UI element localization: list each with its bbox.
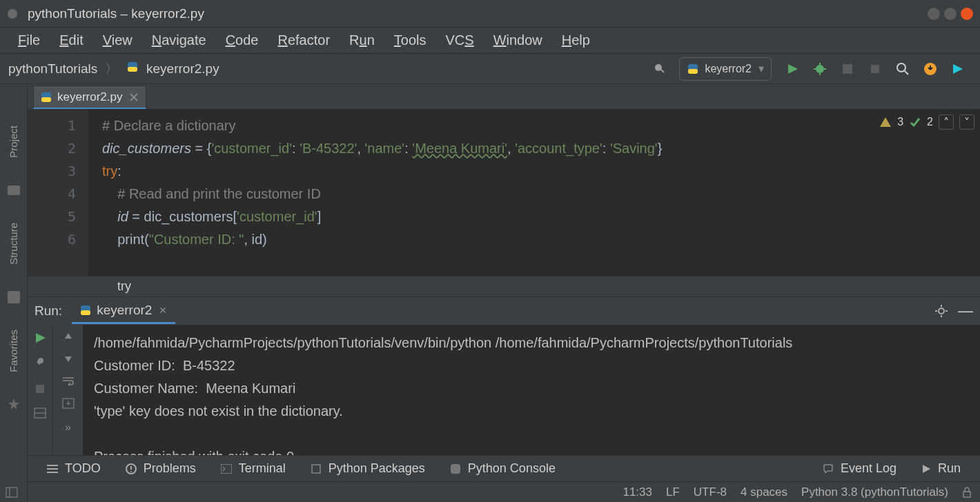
status-bar: 11:33 LF UTF-8 4 spaces Python 3.8 (pyth… (28, 481, 980, 502)
coverage-button[interactable] (838, 59, 857, 79)
menu-code[interactable]: Code (216, 32, 268, 48)
add-config-button[interactable] (649, 59, 668, 79)
window-minimize-button[interactable] (928, 8, 940, 20)
editor-breadcrumb[interactable]: try (28, 276, 980, 297)
close-tab-icon[interactable] (129, 92, 139, 102)
menu-file[interactable]: File (8, 32, 50, 48)
chevron-right-icon: 〉 (105, 61, 118, 76)
breadcrumb-file[interactable]: keyerror2.py (146, 61, 219, 76)
menu-window[interactable]: Window (484, 32, 552, 48)
terminal-tool-button[interactable]: Terminal (208, 461, 298, 476)
console-output[interactable]: /home/fahmida/PycharmProjects/pythonTuto… (83, 325, 980, 455)
package-icon (311, 463, 322, 474)
app-icon (7, 8, 18, 19)
prev-highlight-button[interactable]: ˄ (939, 114, 954, 130)
wrench-icon[interactable] (34, 358, 46, 370)
menu-edit[interactable]: Edit (50, 32, 92, 48)
svg-point-12 (897, 63, 905, 72)
list-icon (47, 464, 58, 474)
inspection-indicators: 3 2 ˄ ˅ (879, 114, 974, 130)
search-everywhere-button[interactable] (893, 59, 912, 79)
update-button[interactable] (921, 59, 940, 79)
menu-refactor[interactable]: Refactor (268, 32, 340, 48)
svg-rect-42 (963, 492, 970, 497)
next-highlight-button[interactable]: ˅ (959, 114, 974, 130)
code-editor[interactable]: 123456 # Declare a dictionary dic_custom… (28, 109, 980, 276)
chevron-down-icon: ▾ (758, 62, 764, 75)
menu-run[interactable]: Run (340, 32, 384, 48)
window-maximize-button[interactable] (944, 8, 957, 20)
down-icon[interactable] (63, 354, 73, 363)
menu-navigate[interactable]: Navigate (142, 32, 216, 48)
python-file-icon (41, 92, 52, 103)
run-button[interactable] (783, 59, 802, 79)
editor-tabs: keyerror2.py (28, 84, 980, 109)
svg-line-13 (905, 71, 908, 74)
soft-wrap-icon[interactable] (62, 376, 75, 385)
svg-marker-17 (8, 399, 19, 410)
layout-icon[interactable] (34, 408, 46, 419)
hide-panel-button[interactable]: — (958, 302, 973, 320)
svg-rect-2 (128, 67, 137, 72)
check-icon[interactable] (909, 116, 921, 128)
svg-rect-10 (843, 64, 852, 74)
svg-rect-16 (8, 291, 20, 303)
breadcrumb[interactable]: pythonTutorials 〉 keyerror2.py (8, 60, 219, 78)
project-tool-button[interactable]: Project (8, 126, 19, 158)
menu-view[interactable]: View (93, 32, 142, 48)
svg-rect-43 (6, 488, 17, 497)
run-config-dropdown[interactable]: keyerror2 ▾ (679, 57, 772, 81)
stop-button[interactable] (865, 59, 885, 79)
python-console-tool-button[interactable]: Python Console (438, 461, 568, 476)
status-indent[interactable]: 4 spaces (741, 485, 787, 499)
menu-vcs[interactable]: VCS (436, 32, 484, 48)
gear-icon[interactable] (934, 304, 948, 318)
lock-icon[interactable] (962, 487, 972, 498)
python-icon (80, 305, 91, 316)
editor-tab-keyerror2[interactable]: keyerror2.py (33, 86, 146, 109)
tool-windows-icon[interactable] (6, 487, 18, 498)
breadcrumb-project[interactable]: pythonTutorials (8, 61, 97, 76)
run-config-name: keyerror2 (705, 63, 752, 75)
menu-help[interactable]: Help (552, 32, 600, 48)
debug-button[interactable] (810, 59, 830, 79)
warning-circle-icon (126, 463, 137, 474)
code-area[interactable]: # Declare a dictionary dic_customers = {… (88, 109, 980, 276)
menu-tools[interactable]: Tools (384, 32, 436, 48)
structure-tool-button[interactable]: Structure (8, 223, 19, 265)
status-line-sep[interactable]: LF (666, 485, 680, 499)
bottom-tool-stripe: TODO Problems Terminal Python Packages P… (28, 455, 980, 481)
warning-icon[interactable] (879, 116, 892, 128)
run-tab-label: keyerror2 (97, 303, 152, 318)
stop-run-button[interactable] (35, 384, 45, 394)
python-packages-tool-button[interactable]: Python Packages (298, 461, 438, 476)
run-tab-keyerror2[interactable]: keyerror2 × (72, 299, 175, 324)
status-interpreter[interactable]: Python 3.8 (pythonTutorials) (801, 485, 948, 499)
close-run-tab-icon[interactable]: × (159, 303, 166, 318)
rerun-button[interactable] (34, 332, 46, 344)
up-icon[interactable] (63, 332, 73, 341)
svg-rect-11 (871, 65, 879, 73)
svg-point-38 (130, 471, 132, 472)
title-bar: pythonTutorials – keyerror2.py (0, 0, 980, 28)
favorites-tool-button[interactable]: Favorites (8, 330, 19, 372)
window-close-button[interactable] (961, 8, 973, 20)
svg-point-24 (939, 308, 944, 314)
event-log-tool-button[interactable]: Event Log (810, 461, 909, 476)
svg-rect-23 (81, 310, 90, 315)
ide-scripting-button[interactable] (948, 59, 968, 79)
todo-tool-button[interactable]: TODO (35, 461, 113, 476)
problems-tool-button[interactable]: Problems (113, 461, 208, 476)
editor-tab-label: keyerror2.py (57, 90, 122, 104)
more-icon[interactable]: » (65, 421, 71, 434)
svg-rect-41 (451, 464, 460, 474)
python-icon (687, 63, 699, 75)
run-tool-button[interactable]: Run (909, 461, 973, 476)
scroll-to-end-icon[interactable] (62, 398, 75, 409)
status-encoding[interactable]: UTF-8 (694, 485, 727, 499)
folder-icon (8, 184, 20, 197)
left-tool-stripe: Project Structure Favorites (0, 84, 28, 502)
status-position[interactable]: 11:33 (623, 485, 652, 499)
star-icon (8, 398, 20, 410)
terminal-icon (221, 464, 232, 474)
